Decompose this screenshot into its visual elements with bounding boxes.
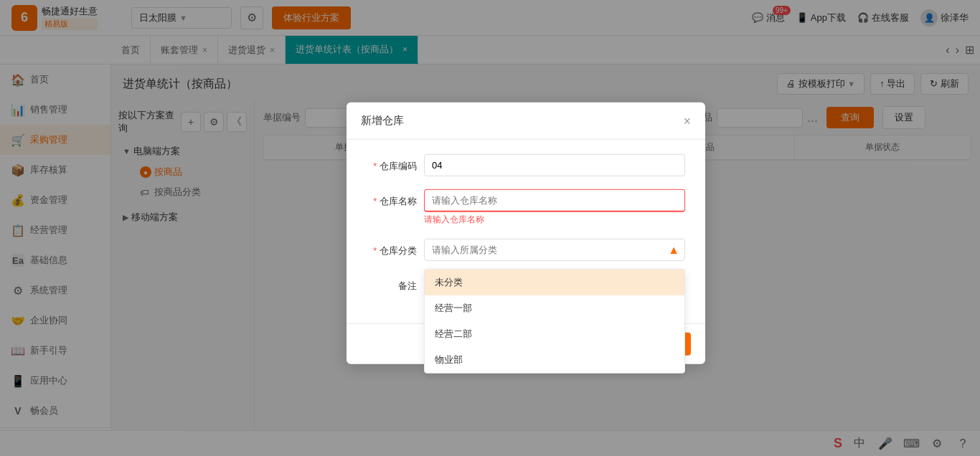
warehouse-name-error: 请输入仓库名称 (424, 214, 685, 226)
category-option-dept2[interactable]: 经营二部 (425, 321, 684, 347)
warehouse-code-field (424, 154, 685, 176)
category-option-unclassified[interactable]: 未分类 (425, 270, 684, 295)
warehouse-category-input[interactable] (424, 239, 685, 261)
warehouse-code-row: 仓库编码 (367, 154, 685, 176)
warehouse-category-field: ▲ 未分类 经营一部 经营二部 物业部 (424, 239, 685, 261)
category-toggle-icon[interactable]: ▲ (668, 243, 679, 256)
warehouse-name-field: 请输入仓库名称 (424, 189, 685, 226)
warehouse-code-label: 仓库编码 (367, 154, 424, 173)
warehouse-category-row: 仓库分类 ▲ 未分类 经营一部 经营二部 物业部 (367, 239, 685, 261)
category-option-dept1[interactable]: 经营一部 (425, 295, 684, 321)
new-warehouse-modal: 新增仓库 × 仓库编码 仓库名称 请输入仓库名称 仓库分类 ▲ (347, 103, 705, 364)
warehouse-code-input[interactable] (424, 154, 685, 176)
modal-body: 仓库编码 仓库名称 请输入仓库名称 仓库分类 ▲ 未分类 经营一部 (347, 140, 705, 323)
warehouse-name-input[interactable] (424, 189, 685, 212)
warehouse-category-label: 仓库分类 (367, 239, 424, 257)
modal-title: 新增仓库 (361, 114, 404, 128)
category-dropdown: 未分类 经营一部 经营二部 物业部 (424, 269, 685, 374)
warehouse-note-label: 备注 (367, 274, 424, 293)
warehouse-name-label: 仓库名称 (367, 189, 424, 208)
modal-header: 新增仓库 × (347, 103, 705, 140)
warehouse-name-row: 仓库名称 请输入仓库名称 (367, 189, 685, 226)
category-option-property[interactable]: 物业部 (425, 347, 684, 373)
modal-close-button[interactable]: × (683, 114, 691, 127)
